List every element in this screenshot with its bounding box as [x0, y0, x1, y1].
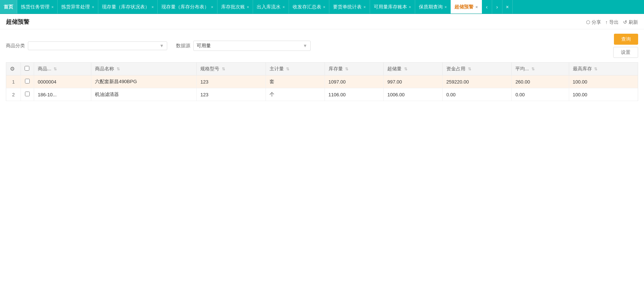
row-avg-0: 260.00 [512, 75, 569, 88]
select-all-checkbox[interactable] [25, 66, 29, 71]
nav-order-stats-close[interactable]: × [363, 5, 366, 9]
sort-icon-stock: ⇅ [345, 67, 348, 71]
nav-batch-ledger-label: 库存批次账 [221, 4, 245, 10]
col-unit[interactable]: 主计量 ⇅ [266, 63, 325, 75]
export-label: 导出 [609, 19, 619, 26]
row-num-1: 2 [6, 88, 21, 101]
settings-gear-icon[interactable]: ⚙ [10, 66, 15, 72]
refresh-button[interactable]: ↺ 刷新 [623, 19, 638, 26]
filter-data-source: 数据源 可用量 ▼ [176, 41, 311, 51]
nav-arrow-right[interactable]: › [492, 0, 502, 14]
row-stock-1: 1106.00 [325, 88, 384, 101]
nav-collect-summary-close[interactable]: × [323, 5, 325, 9]
col-avg-label: 平均... [515, 66, 529, 71]
sort-icon-overstock: ⇅ [404, 67, 407, 71]
nav-batch-ledger-close[interactable]: × [247, 5, 249, 9]
row-spec-0: 123 [197, 75, 266, 88]
row-capital-0: 259220.00 [443, 75, 512, 88]
page-title: 超储预警 [6, 18, 29, 26]
col-max-stock[interactable]: 最高库存 ⇅ [569, 63, 638, 75]
row-select-checkbox-1[interactable] [25, 92, 30, 96]
settings-button[interactable]: 设置 [613, 47, 638, 58]
sort-icon-unit: ⇅ [286, 67, 289, 71]
col-product-name-label: 商品名称 [95, 66, 114, 71]
nav-home[interactable]: 首页 [0, 0, 17, 14]
page-header: 超储预警 ⬡ 分享 ↑ 导出 ↺ 刷新 [0, 14, 644, 29]
product-category-label: 商品分类 [6, 42, 25, 49]
query-button[interactable]: 查询 [614, 34, 638, 45]
product-category-chevron: ▼ [160, 43, 164, 48]
nav-batch-ledger[interactable]: 库存批次账 × [217, 0, 253, 14]
nav-arrow-left[interactable]: ‹ [482, 0, 492, 14]
table-row: 1 0000004 六配套新昌490BPG 123 套 1097.00 997.… [6, 75, 638, 88]
nav-inventory-status-close[interactable]: × [151, 5, 154, 9]
data-source-label: 数据源 [176, 42, 190, 49]
col-spec[interactable]: 规格型号 ⇅ [197, 63, 266, 75]
nav-available-ledger-close[interactable]: × [409, 5, 411, 9]
nav-available-ledger-label: 可用量库存账本 [374, 4, 407, 10]
col-overstock[interactable]: 超储量 ⇅ [384, 63, 443, 75]
nav-inventory-dist-close[interactable]: × [211, 5, 213, 9]
nav-order-stats-label: 要货单统计表 [333, 4, 362, 10]
row-capital-1: 0.00 [443, 88, 512, 101]
sort-icon-product-name: ⇅ [117, 67, 120, 71]
top-navigation: 首页 拣货任务管理 × 拣货异常处理 × 现存量（库存状况表） × 现存量（库存… [0, 0, 644, 14]
col-product-code-label: 商品... [38, 66, 51, 71]
row-unit-0: 套 [266, 75, 325, 88]
nav-inventory-dist-label: 现存量（库存分布表） [161, 4, 209, 10]
row-avg-1: 0.00 [512, 88, 569, 101]
nav-order-stats[interactable]: 要货单统计表 × [329, 0, 370, 14]
col-capital[interactable]: 资金占用 ⇅ [443, 63, 512, 75]
row-product-name-1: 机油滤清器 [91, 88, 197, 101]
row-checkbox-0[interactable] [21, 75, 34, 88]
nav-abnormal[interactable]: 拣货异常处理 × [58, 0, 98, 14]
row-select-checkbox-0[interactable] [25, 79, 30, 84]
col-stock[interactable]: 库存量 ⇅ [325, 63, 384, 75]
nav-quality-check-close[interactable]: × [444, 5, 447, 9]
col-settings[interactable]: ⚙ [6, 63, 21, 75]
col-unit-label: 主计量 [270, 66, 284, 71]
share-label: 分享 [592, 19, 601, 26]
table-row: 2 186-10... 机油滤清器 123 个 1106.00 1006.00 … [6, 88, 638, 101]
filter-actions: 查询 设置 [613, 34, 638, 58]
nav-overstock-alert[interactable]: 超储预警 × [451, 0, 482, 14]
col-capital-label: 资金占用 [446, 66, 465, 71]
nav-overstock-alert-label: 超储预警 [454, 4, 473, 10]
export-button[interactable]: ↑ 导出 [605, 19, 619, 26]
nav-inout-flow[interactable]: 出入库流水 × [253, 0, 289, 14]
data-source-select[interactable]: 可用量 ▼ [193, 41, 311, 51]
nav-task-mgmt[interactable]: 拣货任务管理 × [17, 0, 58, 14]
col-avg[interactable]: 平均... ⇅ [512, 63, 569, 75]
row-max-stock-0: 100.00 [569, 75, 638, 88]
refresh-icon: ↺ [623, 19, 627, 25]
header-actions: ⬡ 分享 ↑ 导出 ↺ 刷新 [586, 19, 638, 26]
nav-quality-check[interactable]: 保质期查询 × [415, 0, 451, 14]
nav-home-label: 首页 [4, 4, 13, 10]
export-icon: ↑ [605, 19, 608, 25]
col-product-code[interactable]: 商品... ⇅ [34, 63, 91, 75]
col-product-name[interactable]: 商品名称 ⇅ [91, 63, 197, 75]
row-stock-0: 1097.00 [325, 75, 384, 88]
nav-overstock-alert-close[interactable]: × [475, 5, 477, 9]
row-overstock-1: 1006.00 [384, 88, 443, 101]
col-checkbox[interactable] [21, 63, 34, 75]
nav-inout-flow-close[interactable]: × [282, 5, 285, 9]
row-overstock-0: 997.00 [384, 75, 443, 88]
product-category-select[interactable]: ▼ [28, 41, 167, 50]
nav-inventory-dist[interactable]: 现存量（库存分布表） × [158, 0, 217, 14]
nav-collect-summary[interactable]: 收发存汇总表 × [289, 0, 329, 14]
nav-inventory-status[interactable]: 现存量（库存状况表） × [98, 0, 158, 14]
nav-task-mgmt-close[interactable]: × [51, 5, 54, 9]
share-button[interactable]: ⬡ 分享 [586, 19, 601, 26]
refresh-label: 刷新 [629, 19, 638, 26]
col-overstock-label: 超储量 [387, 66, 402, 71]
row-checkbox-1[interactable] [21, 88, 34, 101]
row-spec-1: 123 [197, 88, 266, 101]
filter-product-category: 商品分类 ▼ [6, 41, 167, 50]
sort-icon-max-stock: ⇅ [594, 67, 597, 71]
row-max-stock-1: 100.00 [569, 88, 638, 101]
nav-abnormal-close[interactable]: × [92, 5, 94, 9]
nav-available-ledger[interactable]: 可用量库存账本 × [370, 0, 415, 14]
nav-arrow-close-all[interactable]: × [502, 0, 513, 14]
share-icon: ⬡ [586, 19, 590, 25]
